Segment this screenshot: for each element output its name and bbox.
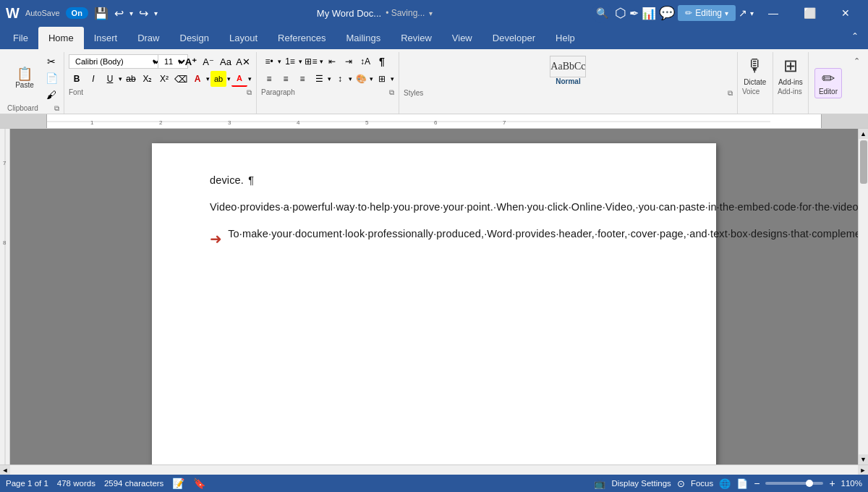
zoom-plus-button[interactable]: + (829, 478, 835, 489)
styles-expander[interactable]: ⧉ (728, 89, 733, 98)
zoom-minus-button[interactable]: − (754, 478, 760, 489)
clipboard-expander[interactable]: ⧉ (54, 104, 59, 113)
display-settings-icon[interactable]: 📺 (594, 478, 605, 489)
signature-icon[interactable]: ✒ (629, 7, 639, 20)
bold-button[interactable]: B (69, 71, 85, 87)
scroll-right-button[interactable]: ► (858, 465, 868, 475)
scroll-thumb[interactable] (860, 140, 867, 184)
shading-dropdown[interactable]: ▾ (370, 75, 373, 82)
tab-home[interactable]: Home (38, 27, 84, 49)
share-icon[interactable]: ↗ (739, 7, 747, 19)
tab-insert[interactable]: Insert (84, 27, 128, 49)
paragraph-expander[interactable]: ⧉ (389, 88, 394, 97)
sort-button[interactable]: ↕A (357, 54, 373, 69)
close-button[interactable]: ✕ (829, 0, 862, 26)
underline-dropdown-icon[interactable]: ▾ (119, 75, 122, 82)
char-count[interactable]: 2594 characters (104, 479, 163, 488)
numbering-dropdown[interactable]: ▾ (299, 58, 302, 65)
line-spacing-dropdown[interactable]: ▾ (349, 75, 352, 82)
clear-format-button[interactable]: A✕ (235, 54, 251, 69)
borders-button[interactable]: ⊞ (374, 71, 390, 87)
restore-button[interactable]: ⬜ (793, 0, 826, 26)
decrease-font-button[interactable]: A⁻ (200, 54, 216, 69)
show-hide-button[interactable]: ¶ (374, 54, 390, 69)
tab-references[interactable]: References (268, 27, 336, 49)
change-case-button[interactable]: Aa (218, 54, 234, 69)
dictate-button[interactable]: 🎙 (742, 54, 768, 78)
scroll-up-button[interactable]: ▲ (859, 129, 869, 139)
zoom-slider[interactable] (765, 482, 823, 485)
eraser-button[interactable]: ⌫ (173, 71, 189, 87)
minimize-button[interactable]: — (757, 0, 790, 26)
focus-icon[interactable]: ⊙ (677, 478, 685, 489)
display-settings-label[interactable]: Display Settings (611, 479, 671, 488)
editing-mode-button[interactable]: ✏ Editing ▾ (678, 5, 736, 21)
font-size-dropdown-icon[interactable]: ▾ (178, 58, 182, 66)
ms365-icon[interactable]: ⬡ (615, 5, 626, 21)
line-spacing-button[interactable]: ↕ (332, 71, 348, 87)
multilevel-button[interactable]: ⊞≡ (303, 54, 319, 69)
increase-indent-button[interactable]: ⇥ (341, 54, 357, 69)
undo-icon[interactable]: ↩ (114, 7, 124, 20)
scroll-track[interactable] (859, 139, 869, 454)
word-count[interactable]: 478 words (57, 479, 95, 488)
borders-dropdown[interactable]: ▾ (391, 75, 394, 82)
present-icon[interactable]: 📊 (642, 7, 656, 20)
align-center-button[interactable]: ≡ (278, 71, 294, 87)
ribbon-collapse-button[interactable]: ⌃ (845, 26, 865, 46)
share-dropdown-icon[interactable]: ▾ (750, 9, 754, 17)
multilevel-dropdown[interactable]: ▾ (320, 58, 323, 65)
page-info[interactable]: Page 1 of 1 (6, 479, 48, 488)
text-color-button[interactable]: A (190, 71, 205, 87)
subscript-button[interactable]: X₂ (140, 71, 156, 87)
redo-icon[interactable]: ↪ (139, 7, 148, 20)
web-layout-icon[interactable]: 🌐 (719, 478, 731, 489)
paste-button[interactable]: 📋 Paste (7, 65, 42, 91)
cut-button[interactable]: ✂ (43, 54, 59, 69)
text-color-dropdown[interactable]: ▾ (206, 75, 210, 82)
font-color-dropdown[interactable]: ▾ (248, 75, 252, 82)
highlight-dropdown[interactable]: ▾ (227, 75, 231, 82)
copy-button[interactable]: 📄 (43, 70, 59, 86)
tab-developer[interactable]: Developer (482, 27, 545, 49)
bottom-scroll-track[interactable] (10, 465, 858, 475)
tab-file[interactable]: File (3, 27, 38, 49)
tab-review[interactable]: Review (391, 27, 442, 49)
zoom-thumb[interactable] (806, 480, 813, 487)
bullets-dropdown[interactable]: ▾ (278, 58, 281, 65)
underline-button[interactable]: U (102, 71, 118, 87)
superscript-button[interactable]: X² (156, 71, 172, 87)
addins-button[interactable]: ⊞ (778, 54, 804, 78)
tab-draw[interactable]: Draw (127, 27, 169, 49)
italic-button[interactable]: I (85, 71, 101, 87)
tab-layout[interactable]: Layout (219, 27, 268, 49)
decrease-indent-button[interactable]: ⇤ (324, 54, 340, 69)
font-color-button[interactable]: A (231, 71, 247, 87)
comments-icon[interactable]: 💬 (659, 5, 675, 21)
strikethrough-button[interactable]: ab (123, 71, 139, 87)
track-changes-icon[interactable]: 📝 (172, 478, 184, 489)
collapse-ribbon-button[interactable]: ⌃ (849, 54, 864, 68)
search-button[interactable]: 🔍 (592, 3, 612, 23)
align-left-button[interactable]: ≡ (261, 71, 277, 87)
highlight-button[interactable]: ab (210, 71, 226, 87)
font-expander[interactable]: ⧉ (247, 88, 252, 97)
tab-mailings[interactable]: Mailings (336, 27, 391, 49)
numbering-button[interactable]: 1≡ (282, 54, 298, 69)
save-icon[interactable]: 💾 (94, 7, 109, 20)
autosave-toggle[interactable]: On (66, 7, 88, 19)
print-layout-icon[interactable]: 📄 (736, 478, 748, 489)
focus-label[interactable]: Focus (691, 479, 713, 488)
scroll-left-button[interactable]: ◄ (0, 465, 10, 475)
styles-button[interactable]: AaBbCc Normal (404, 54, 733, 88)
align-dropdown[interactable]: ▾ (328, 75, 331, 82)
page-content[interactable]: device. ¶ Video·provides·a·powerful·way·… (210, 172, 658, 250)
customize-qat-icon[interactable]: ▾ (154, 9, 158, 17)
increase-font-button[interactable]: A⁺ (183, 54, 199, 69)
bullets-button[interactable]: ≡• (261, 54, 277, 69)
tab-view[interactable]: View (442, 27, 482, 49)
shading-button[interactable]: 🎨 (353, 71, 369, 87)
undo-dropdown-icon[interactable]: ▾ (129, 9, 133, 17)
bookmark-icon[interactable]: 🔖 (193, 478, 205, 489)
font-family-dropdown-icon[interactable]: ▾ (153, 58, 156, 66)
